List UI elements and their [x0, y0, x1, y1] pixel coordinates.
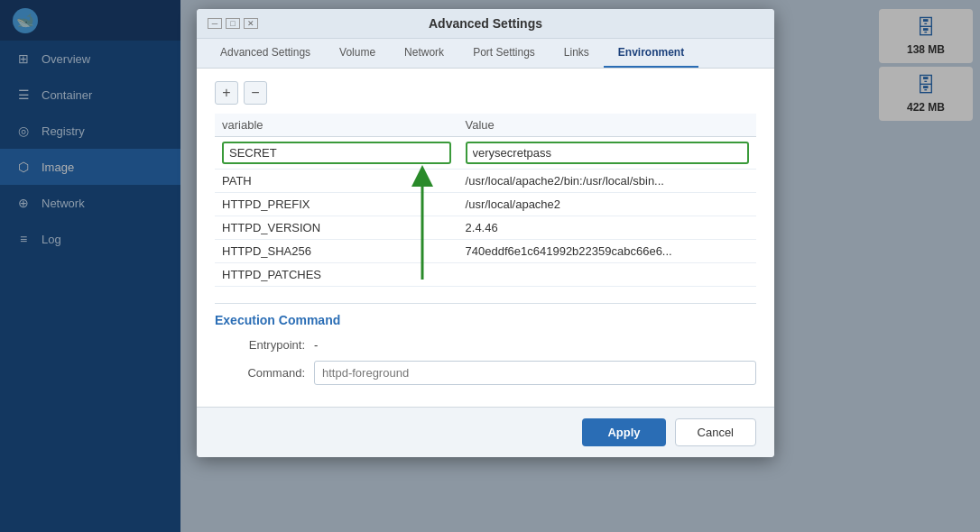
tab-volume[interactable]: Volume: [325, 39, 390, 68]
table-cell-value: [458, 137, 756, 170]
tab-environment[interactable]: Environment: [604, 39, 698, 68]
env-table: variable Value PATH /usr/local/apache2/b…: [215, 114, 756, 287]
value-input-secret[interactable]: [466, 142, 749, 164]
maximize-btn[interactable]: □: [226, 18, 240, 29]
tab-network[interactable]: Network: [390, 39, 458, 68]
entrypoint-label: Entrypoint:: [215, 338, 305, 352]
remove-variable-button[interactable]: −: [244, 81, 267, 105]
apply-button[interactable]: Apply: [582, 418, 665, 446]
env-toolbar: + −: [215, 81, 756, 105]
table-cell-variable: [215, 137, 458, 170]
table-cell-variable: HTTPD_PATCHES: [215, 263, 458, 287]
variable-input-secret[interactable]: [222, 142, 451, 164]
execution-command-section: Execution Command Entrypoint: - Command:: [215, 303, 756, 385]
tab-links[interactable]: Links: [550, 39, 604, 68]
table-row: PATH /usr/local/apache2/bin:/usr/local/s…: [215, 170, 756, 193]
tab-advanced-settings[interactable]: Advanced Settings: [206, 39, 325, 68]
col-header-variable: variable: [215, 114, 458, 137]
table-cell-variable: PATH: [215, 170, 458, 193]
table-row: HTTPD_PATCHES: [215, 263, 756, 287]
add-variable-button[interactable]: +: [215, 81, 238, 105]
table-cell-variable: HTTPD_PREFIX: [215, 193, 458, 216]
table-cell-value: 740eddf6e1c641992b22359cabc66e6...: [458, 240, 756, 263]
minimize-btn[interactable]: ─: [208, 18, 222, 29]
table-cell-value: /usr/local/apache2: [458, 193, 756, 216]
tab-port-settings[interactable]: Port Settings: [458, 39, 550, 68]
execution-command-title: Execution Command: [215, 313, 756, 327]
entrypoint-value: -: [314, 338, 318, 352]
command-row: Command:: [215, 361, 756, 385]
table-row: HTTPD_SHA256 740eddf6e1c641992b22359cabc…: [215, 240, 756, 263]
table-cell-value: [458, 263, 756, 287]
table-row: [215, 137, 756, 170]
modal-footer: Apply Cancel: [197, 407, 774, 457]
modal-tabs: Advanced Settings Volume Network Port Se…: [197, 39, 774, 69]
advanced-settings-modal: ─ □ ✕ Advanced Settings Advanced Setting…: [197, 9, 774, 457]
modal-body: + − variable Value: [197, 69, 774, 407]
command-label: Command:: [215, 366, 305, 380]
table-cell-value: /usr/local/apache2/bin:/usr/local/sbin..…: [458, 170, 756, 193]
table-cell-variable: HTTPD_SHA256: [215, 240, 458, 263]
close-btn[interactable]: ✕: [244, 18, 258, 29]
table-cell-value: 2.4.46: [458, 216, 756, 240]
modal-titlebar: ─ □ ✕ Advanced Settings: [197, 9, 774, 39]
table-row: HTTPD_VERSION 2.4.46: [215, 216, 756, 240]
table-row: HTTPD_PREFIX /usr/local/apache2: [215, 193, 756, 216]
command-input[interactable]: [314, 361, 756, 385]
table-cell-variable: HTTPD_VERSION: [215, 216, 458, 240]
modal-title: Advanced Settings: [262, 16, 709, 31]
cancel-button[interactable]: Cancel: [675, 418, 756, 446]
col-header-value: Value: [458, 114, 756, 137]
entrypoint-row: Entrypoint: -: [215, 338, 756, 352]
